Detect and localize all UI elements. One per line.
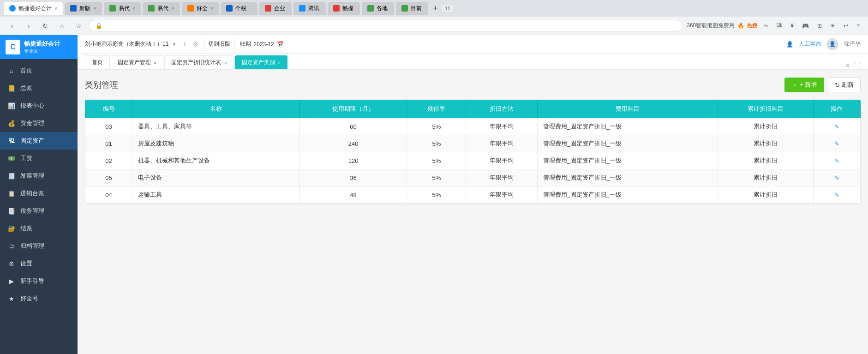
edit-icon[interactable]: ✎ [834,157,839,164]
url-input[interactable]: https://cloud.chanjet.com/accounting/uw1… [105,22,676,29]
new-tab-button[interactable]: + [430,4,441,13]
cell-name: 运输工具 [132,186,300,204]
service-label[interactable]: 人工咨询 [799,40,821,48]
fund-icon: 💰 [7,119,16,127]
grid-tool[interactable]: ⊞ [814,21,825,30]
undo-tool[interactable]: ↩ [841,21,851,30]
sidebar-item-archive[interactable]: 🗂 归档管理 [0,237,78,255]
hot-icon: 🔥 [737,23,744,29]
tab-asset-category[interactable]: 固定资产类别 × [235,55,287,69]
user-name: 刘小艳演示彩套（勿删勿动！）11 [85,40,168,48]
action-bar: ＋ + 新增 ↻ 刷新 [784,78,861,92]
sidebar-item-label: 固定资产 [20,137,44,145]
cell-expense: 管理费用_固定资产折旧_一级 [537,118,718,135]
dropdown-icon[interactable]: ▼ [171,41,177,48]
tab-depreciation-table[interactable]: 固定资产折旧统计表 × [164,55,233,69]
browser-tab-tengxun[interactable]: 腾讯 [293,2,326,15]
menu-tool[interactable]: ≡ [854,21,862,30]
browser-tab-qiye[interactable]: 企业 [259,2,292,15]
browser-tab-active[interactable]: 畅捷通好会计 × [4,2,63,15]
browser-tab-yidai2[interactable]: 易代 × [143,2,180,15]
calendar-icon[interactable]: 📅 [277,41,284,48]
scissors-tool[interactable]: ✂ [761,21,771,30]
edit-icon[interactable]: ✎ [834,174,839,181]
sidebar-item-fund[interactable]: 💰 资金管理 [0,114,78,132]
sidebar-item-ledger[interactable]: 📒 总账 [0,79,78,97]
browser-tab-yidai1[interactable]: 易代 × [104,2,141,15]
cell-residual: 5% [407,186,466,204]
cell-method: 年限平均 [466,152,537,169]
col-header-name: 名称 [132,100,300,118]
cell-accum: 累计折旧 [718,169,813,186]
browser-tab-new[interactable]: 新版 × [65,2,102,15]
sidebar-item-label: 报表中心 [20,102,44,110]
sidebar-item-guide[interactable]: ▶ 新手引导 [0,272,78,290]
sidebar-item-report[interactable]: 📊 报表中心 [0,97,78,114]
browser-tab-muqian[interactable]: 目前 [396,2,428,15]
sidebar-logo: C 畅捷通好会计 专业版 [0,35,78,59]
table-row: 03 器具、工具、家具等 60 5% 年限平均 管理费用_固定资产折旧_一级 累… [85,118,861,135]
sidebar-menu: ⌂ 首页 📒 总账 📊 报表中心 💰 资金管理 🏗 固定资产 💵 工资 [0,59,78,354]
settings-icon[interactable]: ⚙ [192,41,198,48]
home-button[interactable]: ⌂ [55,19,68,32]
browser-nav: ‹ › ↻ ⌂ ☆ 🔒 https://cloud.chanjet.com/ac… [0,17,868,35]
window-maximize-icon[interactable]: ⛶ [854,62,861,69]
tab-label: 固定资产类别 [242,59,275,66]
sidebar-item-asset[interactable]: 🏗 固定资产 [0,132,78,150]
cell-accum: 累计折旧 [718,135,813,152]
tab-close[interactable]: × [171,6,174,11]
sun-tool[interactable]: ☀ [827,21,838,30]
reload-button[interactable]: ↻ [39,19,52,32]
switch-version-button[interactable]: 切到旧版 [204,39,234,49]
tab-asset-mgmt[interactable]: 固定资产管理 × [111,55,163,69]
sidebar-item-invoice[interactable]: 🧾 发票管理 [0,167,78,185]
edit-icon[interactable]: ✎ [834,123,839,130]
tab-close-asset-mgmt[interactable]: × [154,60,156,66]
table-row: 05 电子设备 36 5% 年限平均 管理费用_固定资产折旧_一级 累计折旧 ✎ [85,169,861,186]
sidebar-item-settings[interactable]: ⚙ 设置 [0,255,78,272]
guide-icon: ▶ [7,277,16,285]
sidebar-item-home[interactable]: ⌂ 首页 [0,62,78,79]
avatar-icon: 👤 [829,41,836,47]
browser-tab-close[interactable]: × [54,6,57,11]
bookmark-button[interactable]: ☆ [72,19,85,32]
browser-tab-gedi[interactable]: 各地 [362,2,394,15]
salary-icon: 💵 [7,154,16,162]
address-bar[interactable]: 🔒 https://cloud.chanjet.com/accounting/u… [89,20,683,31]
home-icon: ⌂ [7,66,16,75]
tab-label: 首页 [92,59,103,66]
add-company-button[interactable]: + [182,40,186,48]
forward-button[interactable]: › [22,19,35,32]
edit-icon[interactable]: ✎ [834,140,839,147]
tab-close[interactable]: × [132,6,135,11]
browser-tab-changte[interactable]: 畅提 [328,2,360,15]
browser-tab-haoquan[interactable]: 好全 × [182,2,219,15]
col-header-period: 使用期限（月） [299,100,407,118]
tab-home[interactable]: 首页 [85,55,110,69]
tab-close[interactable]: × [93,6,96,11]
sidebar-item-haoquan[interactable]: ★ 好全号 [0,290,78,307]
search-label: 360智能抠图免费用 [687,22,735,30]
add-button[interactable]: ＋ + 新增 [784,78,824,92]
edit-icon[interactable]: ✎ [834,192,839,198]
sidebar-item-close-account[interactable]: 🔐 结账 [0,220,78,237]
translate-tool[interactable]: 译 [774,20,785,31]
back-button[interactable]: ‹ [6,19,18,32]
sidebar-item-stock[interactable]: 📋 进销台账 [0,185,78,202]
tab-close-category[interactable]: × [278,60,281,66]
stock-icon: 📋 [7,189,16,198]
tab-close-depreciation[interactable]: × [224,60,227,66]
sidebar-item-tax[interactable]: 📑 税务管理 [0,202,78,220]
tab-close[interactable]: × [210,6,213,11]
cell-code: 05 [85,169,132,186]
sidebar-item-salary[interactable]: 💵 工资 [0,150,78,167]
window-close-icon[interactable]: ✕ [845,62,850,69]
game-tool[interactable]: 🎮 [799,21,812,30]
gear-icon: ⚙ [7,259,16,268]
wallet-tool[interactable]: ¥ [788,21,796,30]
app-wrapper: C 畅捷通好会计 专业版 ⌂ 首页 📒 总账 📊 报表中心 💰 资金管理 [0,35,868,354]
cell-op: ✎ [813,135,860,152]
tax-icon: 📑 [7,207,16,215]
browser-tab-geshui[interactable]: 个税 [221,2,257,15]
refresh-button[interactable]: ↻ 刷新 [828,78,861,92]
